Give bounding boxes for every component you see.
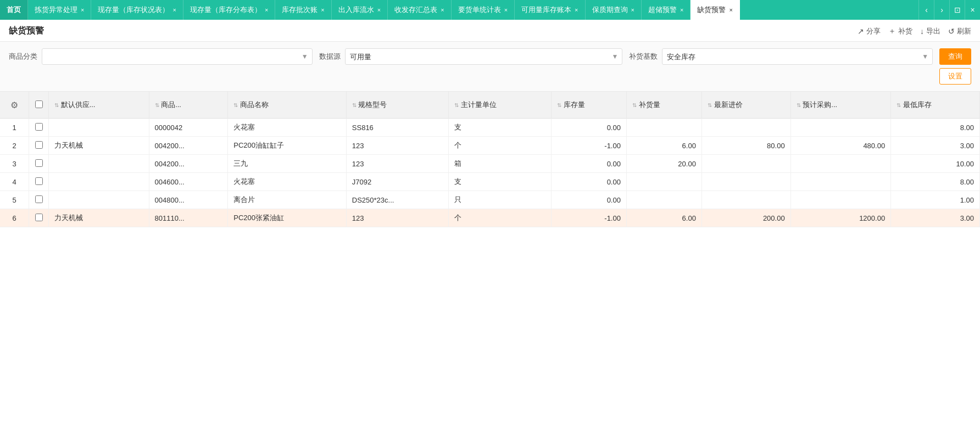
category-filter-label: 商品分类 [9, 52, 37, 61]
tab-close-receive-summary[interactable]: × [441, 7, 444, 13]
row-item-code: 0000042 [149, 119, 228, 137]
table-row: 3 004200... 三九 123 箱 0.00 20.00 10.00 [0, 155, 980, 173]
header-actions: ↗ 分享 ＋ 补货 ↓ 导出 ↺ 刷新 [858, 26, 971, 36]
row-stock-qty: 0.00 [552, 191, 627, 209]
table-body: 1 0000042 火花塞 SS816 支 0.00 8.00 2 力天机械 0… [0, 119, 980, 227]
row-spec-model: SS816 [346, 119, 449, 137]
tab-bar: 首页 拣货异常处理 × 现存量（库存状况表） × 现存量（库存分布表） × 库存… [0, 0, 980, 20]
row-number: 2 [0, 137, 29, 155]
tab-close-shortage-warning[interactable]: × [729, 7, 732, 13]
row-stock-qty: -1.00 [552, 209, 627, 227]
page-title: 缺货预警 [9, 25, 44, 37]
tab-close-overstock-warning[interactable]: × [680, 7, 683, 13]
tab-inventory-status[interactable]: 现存量（库存状况表） × [91, 0, 183, 20]
tab-next-btn[interactable]: › [934, 0, 949, 20]
row-item-code: 801110... [149, 209, 228, 227]
sort-icon-estimated-purchase: ⇅ [797, 102, 801, 108]
tab-close-batch-account[interactable]: × [321, 7, 324, 13]
export-icon: ↓ [920, 27, 924, 36]
row-estimated-purchase [790, 191, 891, 209]
table-gear-icon[interactable]: ⚙ [5, 96, 23, 114]
row-item-name: 三九 [228, 155, 347, 173]
share-button[interactable]: ↗ 分享 [858, 26, 881, 36]
replenish-basis-select[interactable]: 安全库存 [662, 48, 933, 65]
tab-expiry-query[interactable]: 保质期查询 × [586, 0, 642, 20]
tab-close-inout-flow[interactable]: × [377, 7, 381, 13]
tab-receive-summary[interactable]: 收发存汇总表 × [388, 0, 451, 20]
tab-shortage-warning[interactable]: 缺货预警 × [691, 0, 739, 20]
row-spec-model: J7092 [346, 173, 449, 191]
tab-close-expiry-query[interactable]: × [631, 7, 634, 13]
row-checkbox-cell [29, 173, 49, 191]
tab-prev-btn[interactable]: ‹ [918, 0, 934, 20]
row-stock-qty: 0.00 [552, 119, 627, 137]
col-header-min-stock: ⇅ 最低库存 [891, 92, 980, 119]
row-checkbox-cell [29, 191, 49, 209]
refresh-button[interactable]: ↺ 刷新 [948, 26, 971, 36]
row-checkbox[interactable] [35, 141, 43, 149]
tab-overstock-warning[interactable]: 超储预警 × [642, 0, 691, 20]
col-header-replenish-qty: ⇅ 补货量 [626, 92, 701, 119]
row-min-stock: 1.00 [891, 191, 980, 209]
table-row: 1 0000042 火花塞 SS816 支 0.00 8.00 [0, 119, 980, 137]
row-checkbox[interactable] [35, 214, 43, 221]
row-unit: 个 [449, 209, 552, 227]
col-header-settings: ⚙ [0, 92, 29, 119]
select-all-checkbox[interactable] [35, 100, 43, 108]
row-checkbox[interactable] [35, 177, 43, 185]
datasource-select[interactable]: 可用量 [345, 48, 623, 65]
tab-home[interactable]: 首页 [0, 0, 28, 20]
export-button[interactable]: ↓ 导出 [920, 26, 940, 36]
row-number: 4 [0, 173, 29, 191]
sort-icon-item-code: ⇅ [155, 102, 159, 108]
row-stock-qty: -1.00 [552, 137, 627, 155]
table-container: ⚙ ⇅ 默认供应... ⇅ 商品... ⇅ 商品名称 [0, 92, 980, 227]
sort-icon-stock-qty: ⇅ [557, 102, 561, 108]
row-number: 5 [0, 191, 29, 209]
tab-available-ledger[interactable]: 可用量库存账本 × [515, 0, 585, 20]
sort-icon-supplier: ⇅ [54, 102, 59, 108]
tab-close-available-ledger[interactable]: × [575, 7, 578, 13]
tab-close-abnormal[interactable]: × [81, 7, 84, 13]
row-replenish-qty: 6.00 [626, 209, 701, 227]
row-estimated-purchase [790, 155, 891, 173]
row-min-stock: 3.00 [891, 137, 980, 155]
replenish-button[interactable]: ＋ 补货 [888, 26, 912, 36]
row-item-name: PC200油缸缸子 [228, 137, 347, 155]
table-row: 6 力天机械 801110... PC200张紧油缸 123 个 -1.00 6… [0, 209, 980, 227]
category-select[interactable] [42, 48, 313, 65]
table-row: 4 004600... 火花塞 J7092 支 0.00 8.00 [0, 173, 980, 191]
row-latest-price [701, 155, 790, 173]
row-item-name: 火花塞 [228, 119, 347, 137]
col-header-item-name: ⇅ 商品名称 [228, 92, 347, 119]
data-table: ⚙ ⇅ 默认供应... ⇅ 商品... ⇅ 商品名称 [0, 92, 980, 227]
tab-inventory-dist[interactable]: 现存量（库存分布表） × [183, 0, 275, 20]
tab-close-all-btn[interactable]: × [965, 0, 980, 20]
tab-restore-btn[interactable]: ⊡ [949, 0, 965, 20]
tab-inout-flow[interactable]: 出入库流水 × [332, 0, 388, 20]
row-latest-price [701, 191, 790, 209]
tab-abnormal[interactable]: 拣货异常处理 × [28, 0, 91, 20]
replenish-icon: ＋ [888, 26, 896, 36]
row-stock-qty: 0.00 [552, 155, 627, 173]
replenish-basis-label: 补货基数 [629, 52, 658, 61]
tab-close-requisition-stats[interactable]: × [504, 7, 508, 13]
query-button[interactable]: 查询 [939, 48, 971, 65]
tab-requisition-stats[interactable]: 要货单统计表 × [452, 0, 515, 20]
sort-icon-latest-price: ⇅ [708, 102, 712, 108]
row-number: 3 [0, 155, 29, 173]
col-header-unit: ⇅ 主计量单位 [449, 92, 552, 119]
category-filter-group: 商品分类 ▼ [9, 48, 313, 65]
sort-icon-unit: ⇅ [454, 102, 459, 108]
row-checkbox[interactable] [35, 159, 43, 167]
row-estimated-purchase [790, 119, 891, 137]
row-checkbox-cell [29, 119, 49, 137]
row-estimated-purchase: 480.00 [790, 137, 891, 155]
row-number: 1 [0, 119, 29, 137]
tab-batch-account[interactable]: 库存批次账 × [275, 0, 331, 20]
row-checkbox[interactable] [35, 123, 43, 131]
tab-close-inventory-status[interactable]: × [172, 7, 176, 13]
settings-button[interactable]: 设置 [939, 68, 971, 85]
row-checkbox[interactable] [35, 195, 43, 203]
tab-close-inventory-dist[interactable]: × [265, 7, 268, 13]
